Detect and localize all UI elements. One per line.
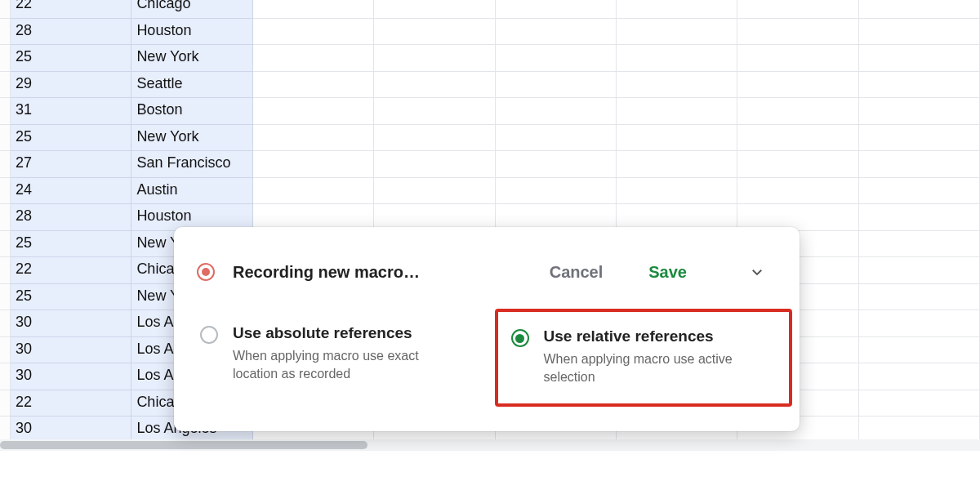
cell-empty[interactable]	[859, 98, 980, 125]
collapse-button[interactable]	[741, 256, 773, 288]
cell-city[interactable]: New York	[131, 45, 252, 72]
cell-empty[interactable]	[617, 98, 737, 125]
cell-city[interactable]: Austin	[131, 178, 252, 205]
cell-empty[interactable]	[737, 178, 858, 205]
cell-number[interactable]: 24	[11, 178, 131, 205]
cell-empty[interactable]	[253, 151, 374, 178]
cell-empty[interactable]	[859, 0, 980, 19]
cell-empty[interactable]	[617, 125, 737, 152]
cell-number[interactable]: 29	[11, 72, 131, 99]
cell-empty[interactable]	[859, 363, 980, 390]
option-relative-references[interactable]: Use relative references When applying ma…	[495, 309, 793, 407]
cell-empty[interactable]	[859, 337, 980, 364]
horizontal-scrollbar-track[interactable]	[0, 439, 980, 451]
cell-empty[interactable]	[496, 19, 617, 46]
row-header[interactable]	[0, 178, 11, 205]
cell-number[interactable]: 31	[11, 98, 131, 125]
cell-empty[interactable]	[253, 98, 374, 125]
cell-empty[interactable]	[737, 125, 858, 152]
row-header[interactable]	[0, 284, 11, 311]
save-button[interactable]: Save	[648, 263, 687, 282]
cell-empty[interactable]	[737, 151, 858, 178]
row-header[interactable]	[0, 125, 11, 152]
cell-number[interactable]: 25	[11, 231, 131, 258]
row-header[interactable]	[0, 19, 11, 46]
cell-number[interactable]: 22	[11, 0, 131, 19]
cell-empty[interactable]	[737, 45, 858, 72]
row-header[interactable]	[0, 231, 11, 258]
cell-empty[interactable]	[253, 19, 374, 46]
cell-empty[interactable]	[617, 72, 737, 99]
option-absolute-references[interactable]: Use absolute references When applying ma…	[197, 313, 495, 403]
cell-number[interactable]: 30	[11, 363, 131, 390]
cell-empty[interactable]	[617, 45, 737, 72]
cell-number[interactable]: 27	[11, 151, 131, 178]
row-header[interactable]	[0, 310, 11, 337]
cell-empty[interactable]	[374, 98, 495, 125]
cell-number[interactable]: 28	[11, 204, 131, 231]
row-header[interactable]	[0, 390, 11, 417]
horizontal-scrollbar-thumb[interactable]	[0, 441, 368, 449]
cell-empty[interactable]	[253, 125, 374, 152]
cell-empty[interactable]	[496, 125, 617, 152]
cell-empty[interactable]	[859, 45, 980, 72]
cell-empty[interactable]	[496, 45, 617, 72]
cell-empty[interactable]	[737, 98, 858, 125]
cell-city[interactable]: Seattle	[131, 72, 252, 99]
cell-number[interactable]: 22	[11, 390, 131, 417]
cell-number[interactable]: 22	[11, 257, 131, 284]
cell-empty[interactable]	[374, 72, 495, 99]
cell-empty[interactable]	[859, 231, 980, 258]
cell-city[interactable]: Boston	[131, 98, 252, 125]
row-header[interactable]	[0, 45, 11, 72]
row-header[interactable]	[0, 257, 11, 284]
row-header[interactable]	[0, 151, 11, 178]
cell-city[interactable]: New York	[131, 125, 252, 152]
cell-empty[interactable]	[253, 178, 374, 205]
cell-empty[interactable]	[496, 0, 617, 19]
cell-number[interactable]: 30	[11, 337, 131, 364]
row-header[interactable]	[0, 363, 11, 390]
cell-empty[interactable]	[496, 151, 617, 178]
row-header[interactable]	[0, 337, 11, 364]
cell-number[interactable]: 30	[11, 310, 131, 337]
cell-empty[interactable]	[496, 98, 617, 125]
cell-empty[interactable]	[859, 257, 980, 284]
cell-empty[interactable]	[737, 72, 858, 99]
cell-empty[interactable]	[859, 151, 980, 178]
cell-empty[interactable]	[374, 0, 495, 19]
cell-empty[interactable]	[496, 178, 617, 205]
cancel-button[interactable]: Cancel	[550, 263, 604, 282]
cell-empty[interactable]	[737, 0, 858, 19]
cell-empty[interactable]	[374, 125, 495, 152]
cell-empty[interactable]	[859, 284, 980, 311]
cell-empty[interactable]	[859, 72, 980, 99]
cell-empty[interactable]	[374, 19, 495, 46]
cell-number[interactable]: 25	[11, 125, 131, 152]
cell-number[interactable]: 25	[11, 284, 131, 311]
cell-city[interactable]: Chicago	[131, 0, 252, 19]
cell-empty[interactable]	[374, 151, 495, 178]
cell-empty[interactable]	[617, 0, 737, 19]
row-header[interactable]	[0, 204, 11, 231]
cell-empty[interactable]	[496, 72, 617, 99]
row-header[interactable]	[0, 98, 11, 125]
cell-empty[interactable]	[859, 204, 980, 231]
cell-empty[interactable]	[859, 390, 980, 417]
cell-number[interactable]: 28	[11, 19, 131, 46]
cell-empty[interactable]	[253, 45, 374, 72]
cell-empty[interactable]	[253, 72, 374, 99]
cell-empty[interactable]	[859, 19, 980, 46]
cell-empty[interactable]	[617, 19, 737, 46]
cell-empty[interactable]	[859, 125, 980, 152]
cell-city[interactable]: Houston	[131, 19, 252, 46]
cell-city[interactable]: San Francisco	[131, 151, 252, 178]
cell-empty[interactable]	[737, 19, 858, 46]
cell-empty[interactable]	[859, 178, 980, 205]
cell-empty[interactable]	[374, 45, 495, 72]
cell-empty[interactable]	[617, 151, 737, 178]
cell-number[interactable]: 25	[11, 45, 131, 72]
cell-empty[interactable]	[253, 0, 374, 19]
cell-empty[interactable]	[859, 310, 980, 337]
cell-empty[interactable]	[617, 178, 737, 205]
